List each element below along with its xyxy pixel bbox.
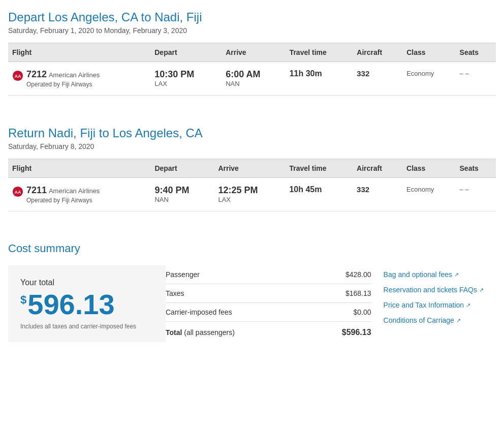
return-header-row: Flight Depart Arrive Travel time Aircraf… xyxy=(8,159,496,178)
svg-text:AA: AA xyxy=(14,74,21,79)
depart-title: Depart Los Angeles, CA to Nadi, Fiji xyxy=(8,10,496,24)
return-travel-time-cell: 10h 45m xyxy=(285,178,353,211)
section-divider-2 xyxy=(0,217,504,232)
depart-airport: LAX xyxy=(154,80,217,87)
passenger-label: Passenger xyxy=(166,270,200,279)
depart-time: 10:30 PM xyxy=(154,69,217,80)
col-class-return: Class xyxy=(402,159,455,178)
cost-row-total: Total (all passengers) $596.13 xyxy=(166,322,371,342)
svg-text:AA: AA xyxy=(14,190,21,195)
total-row-amount: $596.13 xyxy=(342,328,371,337)
taxes-label: Taxes xyxy=(166,289,184,297)
return-date: Saturday, February 8, 2020 xyxy=(8,142,496,150)
return-aircraft: 332 xyxy=(357,185,369,194)
col-depart-depart: Depart xyxy=(150,43,222,62)
depart-arrive-cell: 6:00 AM NAN xyxy=(222,62,286,96)
depart-date: Saturday, February 1, 2020 to Monday, Fe… xyxy=(8,26,496,35)
depart-flight-number: 7212 xyxy=(26,69,47,79)
depart-airline: American Airlines xyxy=(49,71,100,79)
return-class: Economy xyxy=(406,186,434,193)
col-seats-depart: Seats xyxy=(456,43,496,62)
depart-travel-time-cell: 11h 30m xyxy=(286,62,353,96)
depart-section: Depart Los Angeles, CA to Nadi, Fiji Sat… xyxy=(0,0,504,101)
bag-fees-text: Bag and optional fees xyxy=(384,270,452,279)
return-flight-info: AA 7211 American Airlines Operated by Fi… xyxy=(8,178,150,211)
reservation-faqs-text: Reservation and tickets FAQs xyxy=(384,286,477,294)
total-amount-display: $ 596.13 xyxy=(20,290,153,319)
bag-fees-link[interactable]: Bag and optional fees ↗ xyxy=(384,270,484,279)
col-seats-return: Seats xyxy=(456,159,496,178)
total-qualifier: (all passengers) xyxy=(184,328,235,337)
cost-total-box: Your total $ 596.13 Includes all taxes a… xyxy=(8,265,166,342)
arrive-time: 6:00 AM xyxy=(226,69,281,80)
cost-section: Cost summary Your total $ 596.13 Include… xyxy=(0,232,504,352)
return-depart-airport: NAN xyxy=(154,196,210,203)
aa-logo-return-icon: AA xyxy=(12,186,23,197)
return-aircraft-cell: 332 xyxy=(353,178,402,211)
cost-links: Bag and optional fees ↗ Reservation and … xyxy=(371,265,496,342)
passenger-amount: $428.00 xyxy=(345,270,371,279)
total-row-label: Total (all passengers) xyxy=(166,328,235,337)
return-airline: American Airlines xyxy=(49,187,100,195)
return-depart-time: 9:40 PM xyxy=(154,185,210,196)
col-aircraft-return: Aircraft xyxy=(353,159,402,178)
price-tax-text: Price and Tax Information xyxy=(384,301,464,309)
return-depart-cell: 9:40 PM NAN xyxy=(150,178,214,211)
your-total-label: Your total xyxy=(20,278,153,287)
carrier-fees-label: Carrier-imposed fees xyxy=(166,308,232,316)
cost-row-carrier-fees: Carrier-imposed fees $0.00 xyxy=(166,303,371,322)
depart-seats-cell: – – xyxy=(456,62,496,96)
cost-title: Cost summary xyxy=(8,242,496,255)
depart-class-cell: Economy xyxy=(402,62,455,96)
cost-row-passenger: Passenger $428.00 xyxy=(166,265,371,284)
bag-fees-external-icon: ↗ xyxy=(454,271,459,278)
carrier-fees-amount: $0.00 xyxy=(354,308,371,316)
col-arrive-depart: Arrive xyxy=(222,43,286,62)
return-flight-row: AA 7211 American Airlines Operated by Fi… xyxy=(8,178,496,211)
return-class-cell: Economy xyxy=(402,178,455,211)
reservation-faqs-external-icon: ↗ xyxy=(479,287,484,293)
return-arrive-time: 12:25 PM xyxy=(218,185,281,196)
return-title: Return Nadi, Fiji to Los Angeles, CA xyxy=(8,126,496,140)
depart-travel-time: 11h 30m xyxy=(290,69,322,78)
col-flight-depart: Flight xyxy=(8,43,150,62)
col-arrive-return: Arrive xyxy=(214,159,285,178)
cost-row-taxes: Taxes $168.13 xyxy=(166,284,371,303)
price-tax-link[interactable]: Price and Tax Information ↗ xyxy=(384,301,484,309)
depart-flight-table: Flight Depart Arrive Travel time Aircraf… xyxy=(8,43,496,96)
includes-text: Includes all taxes and carrier-imposed f… xyxy=(20,323,153,330)
col-flight-return: Flight xyxy=(8,159,150,178)
aa-logo-icon: AA xyxy=(12,70,23,81)
cost-breakdown: Passenger $428.00 Taxes $168.13 Carrier-… xyxy=(166,265,371,342)
col-travel-depart: Travel time xyxy=(286,43,353,62)
conditions-text: Conditions of Carriage xyxy=(384,316,454,324)
col-aircraft-depart: Aircraft xyxy=(353,43,402,62)
conditions-link[interactable]: Conditions of Carriage ↗ xyxy=(384,316,484,324)
section-divider-1 xyxy=(0,101,504,116)
reservation-faqs-link[interactable]: Reservation and tickets FAQs ↗ xyxy=(384,286,484,294)
col-travel-return: Travel time xyxy=(285,159,353,178)
arrive-airport: NAN xyxy=(226,80,281,87)
taxes-amount: $168.13 xyxy=(345,289,371,297)
return-arrive-airport: LAX xyxy=(218,196,281,203)
dollar-sign: $ xyxy=(20,293,26,307)
cost-body: Your total $ 596.13 Includes all taxes a… xyxy=(8,265,496,342)
return-flight-table: Flight Depart Arrive Travel time Aircraf… xyxy=(8,159,496,211)
depart-flight-row: AA 7212 American Airlines Operated by Fi… xyxy=(8,62,496,96)
col-depart-return: Depart xyxy=(150,159,214,178)
depart-aircraft-cell: 332 xyxy=(353,62,402,96)
return-seats-cell: – – xyxy=(456,178,496,211)
return-travel-time: 10h 45m xyxy=(289,185,322,194)
col-class-depart: Class xyxy=(402,43,455,62)
depart-class: Economy xyxy=(406,70,434,77)
total-number: 596.13 xyxy=(27,290,114,319)
depart-seats: – – xyxy=(460,70,469,77)
depart-flight-info: AA 7212 American Airlines Operated by Fi… xyxy=(8,62,150,96)
conditions-external-icon: ↗ xyxy=(456,317,461,324)
return-flight-number: 7211 xyxy=(26,185,47,195)
return-seats: – – xyxy=(460,186,469,193)
return-operated-by: Operated by Fiji Airways xyxy=(26,197,100,204)
depart-depart-cell: 10:30 PM LAX xyxy=(150,62,222,96)
depart-operated-by: Operated by Fiji Airways xyxy=(26,81,100,88)
total-label: Total xyxy=(166,328,182,337)
